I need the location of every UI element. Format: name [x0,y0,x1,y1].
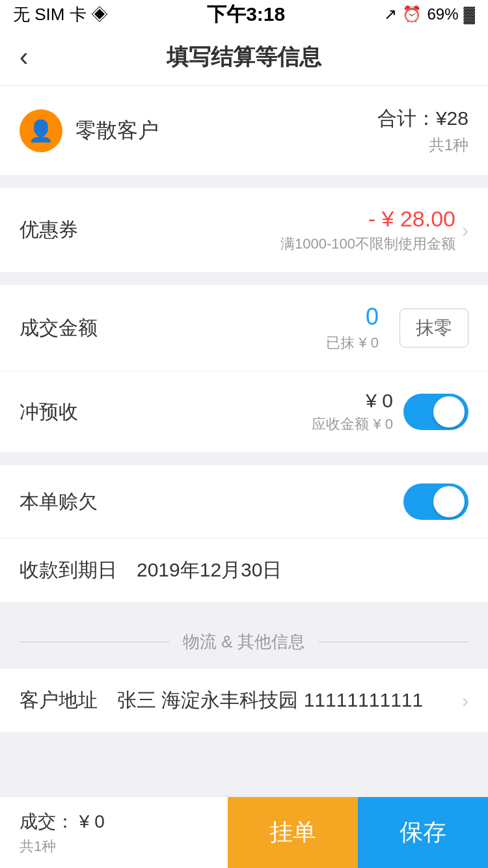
coupon-chevron-icon: › [462,219,468,241]
coupon-description: 满1000-100不限制使用金额 [280,234,455,254]
advance-toggle[interactable] [403,394,468,430]
due-date-row[interactable]: 收款到期日 2019年12月30日 [0,538,488,602]
due-date-label: 收款到期日 [20,557,117,584]
back-button[interactable]: ‹ [20,42,28,72]
deal-label: 成交： [20,811,74,832]
advance-sub: 应收金额 ¥ 0 [312,414,393,434]
transaction-section: 成交金额 0 已抹 ¥ 0 抹零 冲预收 ¥ 0 应收金额 ¥ 0 [0,285,488,452]
customer-info: 👤 零散客户 [20,109,159,152]
save-button[interactable]: 保存 [358,797,488,869]
advance-label: 冲预收 [20,399,78,426]
amount-label: 成交金额 [20,315,98,342]
amount-sub: 已抹 ¥ 0 [326,333,379,353]
amount-value[interactable]: 0 [326,303,379,331]
bottom-summary: 成交： ¥ 0 共1种 [0,809,228,856]
address-row[interactable]: 客户地址 张三 海淀永丰科技园 11111111111 › [0,669,488,732]
suspend-label: 挂单 [269,817,316,848]
logistics-line-left [20,642,170,642]
customer-count: 共1种 [377,135,468,156]
advance-toggle-knob [433,396,465,427]
battery-icon: ▓ [464,5,476,23]
logistics-label: 物流 & 其他信息 [183,631,305,653]
status-time: 下午3:18 [207,1,285,28]
deal-amount: ¥ 0 [79,811,105,832]
suspend-button[interactable]: 挂单 [228,797,358,869]
advance-row: 冲预收 ¥ 0 应收金额 ¥ 0 [0,372,488,452]
logistics-separator: 物流 & 其他信息 [0,615,488,669]
customer-name: 零散客户 [75,116,159,145]
address-label: 客户地址 [20,687,98,714]
debt-label: 本单赊欠 [20,489,98,515]
bottom-bar: 成交： ¥ 0 共1种 挂单 保存 [0,796,488,868]
avatar-icon: 👤 [28,118,54,143]
amount-row: 成交金额 0 已抹 ¥ 0 抹零 [0,285,488,372]
debt-section: 本单赊欠 收款到期日 2019年12月30日 [0,465,488,602]
avatar: 👤 [20,109,62,152]
status-left: 无 SIM 卡 ◈ [13,3,108,26]
coupon-value-wrap: - ¥ 28.00 满1000-100不限制使用金额 [280,206,455,254]
coupon-label: 优惠券 [20,217,78,243]
advance-value-wrap: ¥ 0 应收金额 ¥ 0 [312,390,468,434]
coupon-row[interactable]: 优惠券 - ¥ 28.00 满1000-100不限制使用金额 › [0,188,488,272]
address-section: 客户地址 张三 海淀永丰科技园 11111111111 › [0,669,488,732]
battery-text: 69% [427,5,458,23]
debt-toggle-knob [433,486,465,517]
customer-total: 合计：¥28 [377,105,468,132]
logistics-line-right [318,642,468,642]
round-button[interactable]: 抹零 [400,308,468,347]
amount-right: 0 已抹 ¥ 0 [326,303,379,353]
address-value: 张三 海淀永丰科技园 11111111111 [117,687,455,714]
status-bar: 无 SIM 卡 ◈ 下午3:18 ↗ ⏰ 69% ▓ [0,0,488,29]
customer-section: 👤 零散客户 合计：¥28 共1种 [0,86,488,175]
debt-row: 本单赊欠 [0,465,488,538]
coupon-section: 优惠券 - ¥ 28.00 满1000-100不限制使用金额 › [0,188,488,272]
address-chevron-icon: › [462,690,468,712]
page-title: 填写结算等信息 [167,42,321,72]
coupon-discount: - ¥ 28.00 [280,206,455,232]
bottom-deal: 成交： ¥ 0 [20,809,208,834]
bottom-deal-count: 共1种 [20,837,208,856]
content-area: 👤 零散客户 合计：¥28 共1种 优惠券 - ¥ 28.00 满1000-10… [0,86,488,868]
nav-bar: ‹ 填写结算等信息 [0,29,488,86]
debt-toggle[interactable] [403,483,468,520]
status-right: ↗ ⏰ 69% ▓ [384,5,475,23]
advance-right: ¥ 0 应收金额 ¥ 0 [312,390,393,434]
save-label: 保存 [400,817,446,848]
amount-value-wrap: 0 已抹 ¥ 0 抹零 [326,303,468,353]
alarm-icon: ⏰ [402,5,422,23]
due-date-value: 2019年12月30日 [137,557,282,584]
location-icon: ↗ [384,5,397,23]
signal-text: 无 SIM 卡 ◈ [13,3,108,26]
advance-value: ¥ 0 [312,390,393,412]
customer-total-wrap: 合计：¥28 共1种 [377,105,468,156]
